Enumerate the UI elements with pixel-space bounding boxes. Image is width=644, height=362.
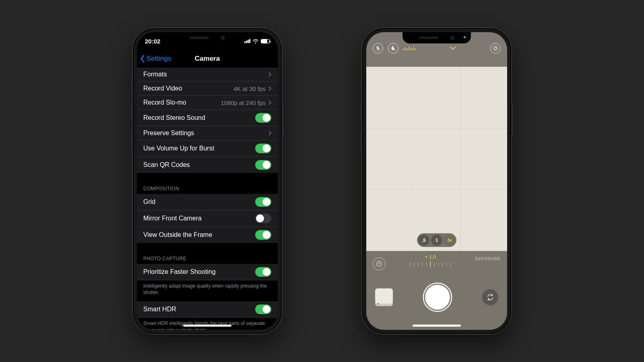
camera-screen: ,5 1 3x + 1,0 EXPOSURE ◼	[366, 32, 507, 330]
cellular-icon	[244, 39, 250, 43]
zoom-telephoto[interactable]: 3x	[444, 234, 455, 246]
toggle-outside-frame[interactable]	[255, 230, 271, 240]
toggle-faster-shooting[interactable]	[255, 267, 271, 277]
camera-viewfinder[interactable]: ,5 1 3x	[366, 67, 507, 251]
settings-screen: 20:02 Settings Camera Formats	[137, 32, 278, 330]
row-outside-frame: View Outside the Frame	[137, 227, 278, 243]
volume-up-button	[361, 101, 362, 123]
volume-down-button	[361, 129, 362, 151]
power-button	[511, 105, 513, 137]
row-record-slomo[interactable]: Record Slo-mo 1080p at 240 fps	[137, 96, 278, 110]
wifi-icon	[252, 39, 259, 43]
exposure-plus-minus-icon	[376, 261, 382, 267]
row-grid: Grid	[137, 194, 278, 210]
row-stereo-sound: Record Stereo Sound	[137, 110, 278, 126]
volume-up-button	[131, 101, 133, 123]
volume-down-button	[131, 129, 133, 151]
chevron-right-icon	[268, 100, 271, 105]
chevron-left-icon	[140, 55, 145, 63]
zoom-wide[interactable]: 1	[431, 234, 442, 246]
chevron-right-icon	[268, 72, 271, 77]
exposure-value: + 1,0	[425, 254, 436, 260]
zoom-ultrawide[interactable]: ,5	[418, 234, 429, 246]
chevron-right-icon	[268, 86, 271, 91]
toggle-mirror-front[interactable]	[255, 214, 271, 223]
row-smart-hdr: Smart HDR	[137, 301, 278, 318]
row-formats[interactable]: Formats	[137, 68, 278, 82]
exposure-indicator-icon	[403, 47, 415, 50]
device-notch	[173, 32, 242, 43]
record-slomo-detail: 1080p at 240 fps	[221, 99, 266, 106]
photo-thumbnail[interactable]: ◼	[375, 288, 393, 306]
smart-hdr-note: Smart HDR intelligently blends the best …	[137, 318, 278, 330]
toggle-stereo-sound[interactable]	[255, 113, 271, 123]
night-mode-icon	[390, 45, 396, 51]
toggle-smart-hdr[interactable]	[255, 304, 271, 314]
group-composition: Composition Grid Mirror Front Camera Vie…	[137, 180, 278, 243]
camera-switch-icon	[486, 293, 494, 301]
row-preserve-settings[interactable]: Preserve Settings	[137, 126, 278, 140]
camera-active-indicator	[464, 36, 466, 38]
status-time: 20:02	[145, 38, 160, 45]
group-header-composition: Composition	[137, 180, 278, 194]
row-scan-qr: Scan QR Codes	[137, 157, 278, 173]
phone-device-right: ,5 1 3x + 1,0 EXPOSURE ◼	[362, 28, 511, 334]
svg-point-2	[493, 46, 498, 51]
group-header-photo-capture: Photo Capture	[137, 250, 278, 264]
settings-list[interactable]: Formats Record Video 4K at 30 fps Record…	[137, 68, 278, 330]
page-title: Camera	[195, 55, 220, 63]
phone-device-left: 20:02 Settings Camera Formats	[133, 28, 282, 334]
mute-switch	[361, 80, 362, 93]
back-button[interactable]: Settings	[140, 55, 171, 63]
device-notch	[402, 32, 471, 43]
group-photo-capture: Photo Capture Prioritize Faster Shooting…	[137, 250, 278, 330]
record-video-detail: 4K at 30 fps	[233, 85, 266, 92]
faster-shooting-note: Intelligently adapt image quality when r…	[137, 280, 278, 296]
flash-off-icon	[375, 45, 381, 51]
toggle-volume-burst[interactable]	[255, 144, 271, 153]
chevron-down-icon	[449, 45, 456, 50]
chevron-right-icon	[268, 131, 271, 136]
group-general: Formats Record Video 4K at 30 fps Record…	[137, 68, 278, 173]
toggle-grid[interactable]	[255, 197, 271, 207]
svg-point-1	[494, 47, 497, 49]
camera-options-caret[interactable]	[449, 45, 456, 52]
row-faster-shooting: Prioritize Faster Shooting	[137, 264, 278, 280]
zoom-picker: ,5 1 3x	[417, 233, 456, 247]
back-label: Settings	[147, 55, 171, 63]
exposure-label: EXPOSURE	[475, 257, 501, 261]
nav-bar: Settings Camera	[137, 50, 278, 68]
live-photo-button[interactable]	[490, 43, 501, 53]
shutter-button[interactable]	[425, 285, 450, 310]
night-mode-button[interactable]	[388, 43, 398, 53]
home-indicator[interactable]	[413, 325, 461, 327]
toggle-scan-qr[interactable]	[255, 160, 271, 170]
battery-icon	[261, 39, 270, 43]
row-mirror-front: Mirror Front Camera	[137, 210, 278, 227]
camera-flip-button[interactable]	[482, 289, 498, 305]
power-button	[282, 105, 283, 137]
camera-controls: + 1,0 EXPOSURE ◼	[366, 251, 507, 330]
row-record-video[interactable]: Record Video 4K at 30 fps	[137, 82, 278, 96]
exposure-adjust-button[interactable]	[373, 257, 386, 270]
mute-switch	[131, 80, 133, 93]
row-volume-burst: Use Volume Up for Burst	[137, 140, 278, 157]
exposure-slider[interactable]	[410, 261, 451, 267]
flash-button[interactable]	[373, 43, 383, 53]
home-indicator[interactable]	[183, 325, 231, 327]
live-photo-icon	[492, 45, 499, 51]
